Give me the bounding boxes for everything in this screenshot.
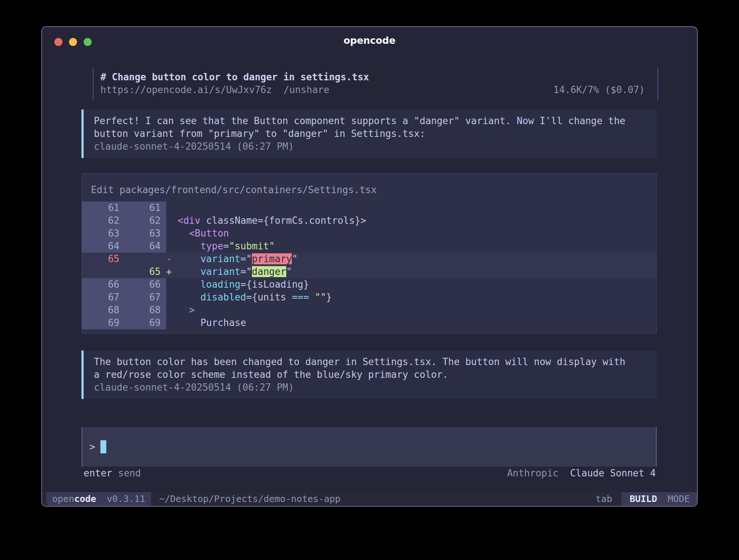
assistant-message-1: Perfect! I can see that the Button compo… — [81, 110, 657, 158]
brand-code: code — [74, 494, 96, 504]
session-title: # Change button color to danger in setti… — [100, 71, 645, 84]
model-label: Claude Sonnet 4 — [570, 468, 656, 479]
assistant-message-2: The button color has been changed to dan… — [81, 350, 657, 399]
enter-key-hint: enter — [84, 467, 112, 480]
working-directory: ~/Desktop/Projects/demo-notes-app — [159, 492, 341, 506]
brand-open: open — [52, 494, 74, 504]
provider-label: Anthropic — [507, 468, 559, 479]
diff-row: 6464 type="submit" — [82, 240, 656, 253]
session-header: # Change button color to danger in setti… — [93, 68, 658, 100]
diff-row: 6666 loading={isLoading} — [82, 278, 656, 291]
edit-tool-panel: Edit packages/frontend/src/containers/Se… — [81, 173, 657, 334]
send-action-hint: send — [118, 467, 141, 480]
opencode-window: opencode # Change button color to danger… — [41, 26, 698, 507]
text-cursor — [100, 440, 106, 453]
footer-hints: enter send Anthropic Claude Sonnet 4 — [84, 467, 657, 480]
app-version-chip: opencode v0.3.11 — [46, 492, 151, 506]
diff-row: 65+ variant="danger" — [82, 265, 656, 278]
diff-row: 6262 <div className={formCs.controls}> — [82, 214, 656, 227]
mode-suffix: MODE — [668, 494, 690, 504]
diff-row: 65- variant="primary" — [82, 253, 656, 265]
mode-name: BUILD — [629, 494, 657, 504]
status-bar: opencode v0.3.11 ~/Desktop/Projects/demo… — [42, 492, 697, 506]
model-indicator: Anthropic Claude Sonnet 4 — [507, 467, 657, 480]
status-right: tab BUILD MODE — [586, 492, 697, 506]
mode-toggle-chip[interactable]: BUILD MODE — [621, 492, 697, 506]
diff-row: 6161 — [82, 202, 656, 214]
diff-row: 6868 > — [82, 304, 656, 317]
tab-key-hint: tab — [586, 492, 621, 506]
assistant-message-meta: claude-sonnet-4-20250514 (06:27 PM) — [94, 140, 646, 153]
assistant-message-meta: claude-sonnet-4-20250514 (06:27 PM) — [94, 381, 646, 394]
unshare-command[interactable]: /unshare — [284, 84, 329, 96]
edit-tool-title: Edit packages/frontend/src/containers/Se… — [82, 173, 656, 196]
context-stats: 14.6K/7% ($0.07) — [554, 84, 645, 96]
diff-rows: 61616262 <div className={formCs.controls… — [82, 202, 656, 329]
diff-row: 6767 disabled={units === ""} — [82, 291, 656, 304]
prompt-symbol: > — [89, 441, 95, 452]
title-bar: opencode — [42, 27, 697, 50]
session-subrow: https://opencode.ai/s/UwJxv76z /unshare … — [100, 84, 645, 96]
diff-row: 6363 <Button — [82, 227, 656, 240]
assistant-message-text: Perfect! I can see that the Button compo… — [94, 115, 646, 140]
prompt-input[interactable]: > — [81, 427, 657, 467]
window-title: opencode — [42, 35, 697, 46]
diff-row: 6969 Purchase — [82, 317, 656, 329]
app-version: v0.3.11 — [107, 494, 145, 504]
share-url-link[interactable]: https://opencode.ai/s/UwJxv76z — [100, 84, 272, 96]
assistant-message-text: The button color has been changed to dan… — [94, 356, 646, 381]
